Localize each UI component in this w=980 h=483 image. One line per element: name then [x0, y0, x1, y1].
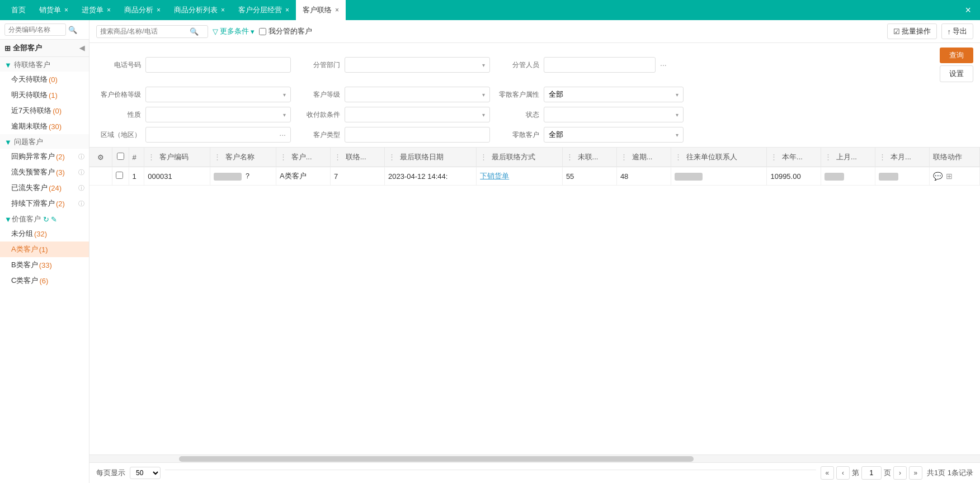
first-page-btn[interactable]: «: [821, 466, 834, 480]
sidebar-item-churn-warning[interactable]: 流失预警客户 (3) ⓘ: [0, 164, 89, 180]
edit-icon[interactable]: ✎: [51, 215, 57, 224]
close-sales-order[interactable]: ×: [64, 6, 68, 14]
nav-customer-segment[interactable]: 客户分层经营 ×: [232, 0, 296, 20]
toolbar-search-input[interactable]: [100, 27, 190, 35]
filter-label-payment: 收付款条件: [295, 110, 340, 120]
col-this-month[interactable]: ⋮ 本月...: [875, 148, 930, 167]
filter-manager-input[interactable]: [544, 57, 656, 73]
toolbar-search-icon[interactable]: 🔍: [190, 27, 199, 36]
filter-label-region: 区域（地区）: [96, 130, 141, 140]
payment-dropdown-icon: ▾: [482, 112, 485, 118]
filter-region-select[interactable]: ···: [145, 127, 291, 143]
col-customer-name[interactable]: ⋮ 客户名称: [210, 148, 276, 167]
filter-customer-type-select[interactable]: [345, 127, 490, 143]
col-this-year[interactable]: ⋮ 本年...: [767, 148, 821, 167]
pagination-bar: 每页显示 50 100 200 « ‹ 第 页 › » 共1页 1条记录: [89, 462, 980, 483]
page-input[interactable]: [861, 466, 882, 480]
col-last-contact-date[interactable]: ⋮ 最后联络日期: [385, 148, 477, 167]
col-last-month[interactable]: ⋮ 上月...: [821, 148, 875, 167]
filter-manager-dots[interactable]: ···: [660, 60, 667, 69]
filter-status-select[interactable]: ▾: [544, 107, 684, 122]
sidebar-group-pending[interactable]: ▼ 待联络客户: [0, 57, 89, 72]
export-btn[interactable]: ↑ 导出: [941, 23, 974, 39]
nav-product-analysis-list[interactable]: 商品分析列表 ×: [167, 0, 232, 20]
sidebar-all-customers[interactable]: ⊞ 全部客户 ◀: [0, 40, 89, 57]
sidebar-item-class-b[interactable]: B类客户 (33): [0, 257, 89, 273]
col-overdue[interactable]: ⋮ 逾期...: [616, 148, 671, 167]
nav-customer-contact[interactable]: 客户联络 ×: [296, 0, 346, 20]
sidebar-item-repurchase[interactable]: 回购异常客户 (2) ⓘ: [0, 149, 89, 164]
my-customer-checkbox-label[interactable]: 我分管的客户: [259, 26, 312, 36]
filter-retail-select[interactable]: 全部 ▾: [544, 127, 684, 143]
total-records: 共1页 1条记录: [927, 468, 973, 478]
sidebar-group-value[interactable]: ▼ 价值客户 ↻ ✎: [0, 211, 89, 226]
filter-phone-input[interactable]: [145, 57, 291, 73]
batch-op-btn[interactable]: ☑ 批量操作: [887, 23, 937, 39]
nav-product-analysis[interactable]: 商品分析 ×: [117, 0, 167, 20]
my-customer-checkbox[interactable]: [259, 28, 266, 35]
more-filter-btn[interactable]: ▽ 更多条件 ▾: [213, 26, 255, 36]
close-customer-segment[interactable]: ×: [285, 6, 289, 14]
toolbar: 🔍 ▽ 更多条件 ▾ 我分管的客户 ☑ 批量操作 ↑ 导出: [89, 20, 980, 43]
scrollbar-thumb[interactable]: [179, 456, 694, 462]
blurred-last-month: [824, 173, 844, 181]
sidebar-item-declining[interactable]: 持续下滑客户 (2) ⓘ: [0, 196, 89, 211]
sidebar-search-icon[interactable]: 🔍: [68, 26, 77, 34]
query-btn[interactable]: 查询: [940, 48, 973, 63]
sidebar-item-class-c[interactable]: C类客户 (6): [0, 273, 89, 288]
region-dots[interactable]: ···: [279, 130, 286, 139]
sidebar-item-overdue[interactable]: 逾期未联络 (30): [0, 119, 89, 134]
sidebar-item-7days[interactable]: 近7天待联络 (0): [0, 103, 89, 119]
gear-th[interactable]: ⚙: [89, 148, 112, 167]
col-customer-type[interactable]: ⋮ 客户...: [276, 148, 331, 167]
filter-dropdown-icon: ▾: [251, 27, 255, 36]
next-page-btn[interactable]: ›: [893, 466, 907, 480]
filter-retail-attr-select[interactable]: 全部 ▾: [544, 87, 684, 102]
sidebar-search-input[interactable]: [4, 23, 66, 36]
row-index: 1: [129, 167, 144, 186]
sidebar-item-class-a[interactable]: A类客户 (1): [0, 242, 89, 257]
close-purchase-order[interactable]: ×: [107, 6, 111, 14]
table-area: ⚙ # ⋮ 客户编码 ⋮ 客户名称: [89, 148, 980, 454]
col-customer-code[interactable]: ⋮ 客户编码: [144, 148, 210, 167]
nav-sales-order[interactable]: 销货单 ×: [32, 0, 75, 20]
row-last-contact-method[interactable]: 下销货单: [477, 167, 563, 186]
sidebar-item-churned[interactable]: 已流失客户 (24) ⓘ: [0, 180, 89, 196]
sidebar-item-tomorrow[interactable]: 明天待联络 (1): [0, 87, 89, 103]
last-page-btn[interactable]: »: [909, 466, 922, 480]
nature-dropdown-icon: ▾: [283, 112, 286, 118]
col-contact-count[interactable]: ⋮ 联络...: [331, 148, 385, 167]
prev-page-btn[interactable]: ‹: [836, 466, 850, 480]
horizontal-scrollbar[interactable]: [89, 454, 980, 462]
sidebar-item-today[interactable]: 今天待联络 (0): [0, 72, 89, 87]
select-all-checkbox[interactable]: [117, 153, 124, 160]
action-message-icon[interactable]: 💬: [933, 172, 943, 181]
row-actions: 💬 ⊞: [930, 167, 980, 186]
col-not-contacted[interactable]: ⋮ 未联...: [562, 148, 616, 167]
col-contact-person[interactable]: ⋮ 往来单位联系人: [671, 148, 767, 167]
filter-customer-grade-select[interactable]: ▾: [345, 87, 490, 102]
refresh-icon[interactable]: ↻: [43, 215, 49, 224]
sidebar-item-unclassified[interactable]: 未分组 (32): [0, 226, 89, 242]
filter-price-grade-select[interactable]: ▾: [145, 87, 291, 102]
nav-purchase-order[interactable]: 进货单 ×: [75, 0, 117, 20]
filter-payment-select[interactable]: ▾: [345, 107, 490, 122]
page-size-select[interactable]: 50 100 200: [130, 467, 161, 479]
setting-btn[interactable]: 设置: [940, 65, 973, 82]
action-qr-icon[interactable]: ⊞: [946, 172, 953, 181]
content-area: 🔍 ▽ 更多条件 ▾ 我分管的客户 ☑ 批量操作 ↑ 导出: [89, 20, 980, 483]
row-checkbox[interactable]: [112, 167, 129, 186]
page-word: 第: [852, 468, 859, 478]
row-select-checkbox[interactable]: [116, 172, 123, 179]
last-contact-method-link[interactable]: 下销货单: [480, 172, 509, 180]
window-close-btn[interactable]: ×: [960, 4, 976, 16]
filter-nature-select[interactable]: ▾: [145, 107, 291, 122]
col-action: 联络动作: [930, 148, 980, 167]
close-product-analysis[interactable]: ×: [157, 6, 161, 14]
filter-dept-select[interactable]: ▾: [345, 57, 490, 73]
col-last-contact-method[interactable]: ⋮ 最后联络方式: [477, 148, 563, 167]
nav-home[interactable]: 首页: [4, 0, 32, 20]
close-product-analysis-list[interactable]: ×: [221, 6, 225, 14]
sidebar-group-problem[interactable]: ▼ 问题客户: [0, 134, 89, 149]
close-customer-contact[interactable]: ×: [335, 6, 339, 14]
